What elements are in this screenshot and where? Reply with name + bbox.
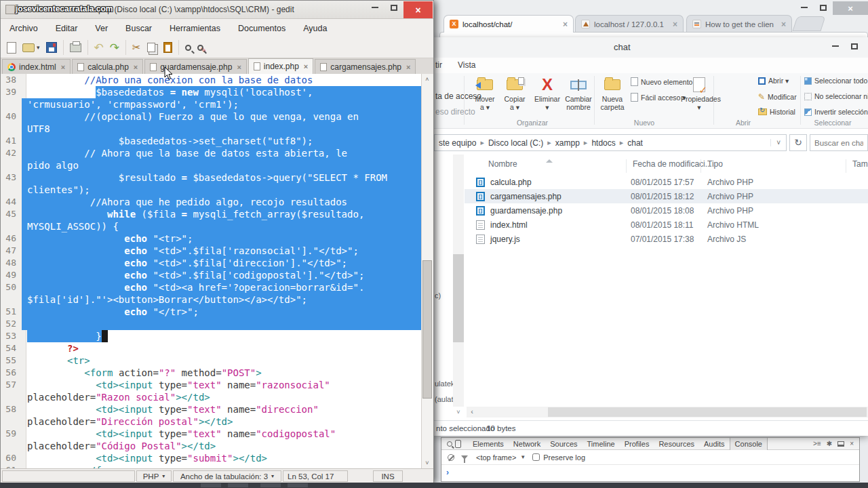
nav-pane-scrollbar[interactable]	[453, 155, 464, 407]
breadcrumb-disk-c[interactable]: Disco local (C:)	[484, 138, 547, 148]
devtools-tab-resources[interactable]: Resources	[654, 438, 699, 450]
copy-button[interactable]	[147, 43, 157, 52]
save-button[interactable]	[46, 42, 57, 53]
clear-console-icon[interactable]	[448, 454, 454, 461]
preserve-log-checkbox[interactable]	[532, 453, 540, 461]
paste-button[interactable]	[163, 42, 172, 53]
console-prompt[interactable]: ›	[441, 465, 859, 477]
tab-close-icon[interactable]: ×	[61, 63, 65, 71]
explorer-minimize-button[interactable]	[826, 40, 845, 52]
filter-icon[interactable]	[461, 455, 468, 460]
find-replace-button[interactable]: ✎	[197, 41, 207, 55]
rename-button[interactable]: Cambiar nombre	[563, 75, 594, 111]
devtools-tab-elements[interactable]: Elements	[468, 438, 509, 450]
devtools-tab-timeline[interactable]: Timeline	[583, 438, 620, 450]
find-button[interactable]	[185, 45, 191, 51]
open-button[interactable]: Abrir ▾	[758, 77, 789, 85]
tab-close-icon[interactable]: ×	[134, 63, 138, 71]
gedit-tab-guardamensaje.php[interactable]: guardamensaje.php×	[144, 59, 247, 74]
invert-selection-button[interactable]: Invertir selección	[804, 108, 868, 116]
tab-width-selector[interactable]: Ancho de la tabulación: 3▾	[173, 470, 281, 482]
file-row-index.html[interactable]: index.html08/01/2015 18:11Archivo HTML	[465, 218, 868, 232]
breadcrumb-this-pc[interactable]: ste equipo	[435, 138, 480, 148]
tab-close-icon[interactable]: ×	[563, 20, 568, 29]
column-header-tamano[interactable]: Tam	[852, 159, 868, 169]
gedit-tab-cargamensajes.php[interactable]: cargamensajes.php×	[315, 59, 416, 74]
print-button[interactable]	[70, 43, 81, 52]
column-header-tipo[interactable]: Tipo	[707, 159, 723, 169]
address-dropdown-icon[interactable]: ˅	[770, 139, 786, 146]
browser-minimize-button[interactable]	[795, 1, 814, 14]
browser-tab-3[interactable]: How to get the clien×	[686, 15, 792, 33]
taskbar[interactable]	[0, 483, 868, 488]
scrollbar-thumb[interactable]	[422, 260, 432, 399]
breadcrumb-chat[interactable]: chat	[623, 138, 647, 148]
browser-tab-1[interactable]: Xlocalhost/chat/×	[443, 15, 574, 33]
gedit-tab-index.php[interactable]: index.php×	[248, 58, 313, 74]
address-bar[interactable]: ste equipo ▸ Disco local (C:) ▸ xampp ▸ …	[434, 134, 787, 151]
refresh-button[interactable]: ↻	[789, 134, 807, 151]
scroll-down-icon[interactable]: ˅	[453, 407, 464, 418]
console-drawer-icon[interactable]: >≡	[813, 440, 821, 447]
ribbon-tab-compartir-fragment[interactable]: tir	[435, 60, 442, 70]
delete-button[interactable]: X Eliminar ▾	[532, 75, 563, 111]
browser-tab-2[interactable]: localhost / 127.0.0.1×	[575, 15, 684, 33]
search-input[interactable]	[810, 135, 867, 150]
menu-ver[interactable]: Ver	[86, 20, 117, 37]
breadcrumb-xampp[interactable]: xampp	[551, 138, 584, 148]
move-to-button[interactable]: Mover a ▾	[469, 75, 500, 111]
devtools-tab-profiles[interactable]: Profiles	[620, 438, 654, 450]
scroll-up-icon[interactable]: ˄	[422, 74, 433, 85]
horizontal-scrollbar[interactable]: ‹	[467, 407, 868, 418]
dock-side-icon[interactable]	[837, 441, 844, 447]
cut-button[interactable]: ✂	[132, 41, 141, 54]
copy-to-button[interactable]: Copiar a ▾	[499, 75, 530, 111]
easy-access-button[interactable]: Fácil acceso ▾	[631, 93, 686, 102]
file-row-cargamensajes.php[interactable]: []cargamensajes.php08/01/2015 18:12Archi…	[465, 189, 868, 203]
history-button[interactable]: Historial	[758, 108, 795, 116]
menu-editar[interactable]: Editar	[47, 20, 87, 37]
scroll-down-icon[interactable]: ˅	[422, 458, 433, 468]
properties-button[interactable]: Propiedades ▾	[681, 75, 717, 111]
tab-close-icon[interactable]: ×	[781, 20, 786, 29]
file-row-guardamensaje.php[interactable]: []guardamensaje.php08/01/2015 18:08Archi…	[465, 203, 868, 218]
gedit-tab-index.html[interactable]: index.html×	[2, 59, 71, 74]
language-selector[interactable]: PHP▾	[136, 470, 172, 482]
open-button[interactable]: ▾	[22, 43, 40, 52]
explorer-maximize-button[interactable]	[845, 40, 864, 52]
select-all-button[interactable]: Seleccionar todo	[804, 77, 867, 85]
frame-selector[interactable]: <top frame>	[476, 453, 516, 462]
new-tab-button[interactable]	[792, 16, 825, 31]
breadcrumb-htdocs[interactable]: htdocs	[587, 138, 619, 148]
settings-gear-icon[interactable]: ✱	[827, 440, 832, 447]
redo-button[interactable]: ↷	[110, 42, 119, 54]
scrollbar-thumb[interactable]	[548, 407, 867, 417]
devtools-tab-sources[interactable]: Sources	[545, 438, 582, 450]
browser-maximize-button[interactable]	[814, 1, 833, 14]
tab-close-icon[interactable]: ×	[304, 62, 308, 70]
gedit-close-button[interactable]: ×	[403, 1, 433, 18]
devtools-tab-console[interactable]: Console	[730, 438, 768, 450]
file-row-jquery.js[interactable]: jquery.js07/01/2015 17:38Archivo JS	[465, 232, 868, 246]
tab-close-icon[interactable]: ×	[673, 20, 677, 29]
new-folder-button[interactable]: Nueva carpeta	[597, 75, 628, 111]
new-document-button[interactable]	[7, 42, 16, 54]
tab-close-icon[interactable]: ×	[237, 63, 241, 71]
ribbon-tab-vista[interactable]: Vista	[458, 60, 475, 70]
devtools-search-icon[interactable]	[447, 441, 452, 447]
scroll-left-icon[interactable]: ‹	[467, 407, 477, 418]
editor-scrollbar[interactable]: ˄ ˅	[421, 74, 433, 468]
select-none-button[interactable]: No seleccionar ning	[804, 92, 868, 100]
code-editor[interactable]: 38 //Abro una conexion con la base de da…	[1, 74, 422, 468]
devtools-close-icon[interactable]: ×	[850, 440, 854, 447]
browser-close-button[interactable]: ×	[833, 1, 868, 15]
scrollbar-thumb[interactable]	[453, 254, 464, 342]
menu-archivo[interactable]: Archivo	[1, 20, 47, 37]
column-header-nombre[interactable]: Nombre	[488, 159, 517, 169]
undo-button[interactable]: ↶	[94, 42, 104, 54]
devtools-tab-audits[interactable]: Audits	[699, 438, 730, 450]
gedit-maximize-button[interactable]	[384, 1, 403, 14]
edit-button[interactable]: ✎ Modificar	[758, 92, 797, 102]
menu-herramientas[interactable]: Herramientas	[161, 20, 229, 37]
gedit-minimize-button[interactable]	[366, 1, 384, 14]
